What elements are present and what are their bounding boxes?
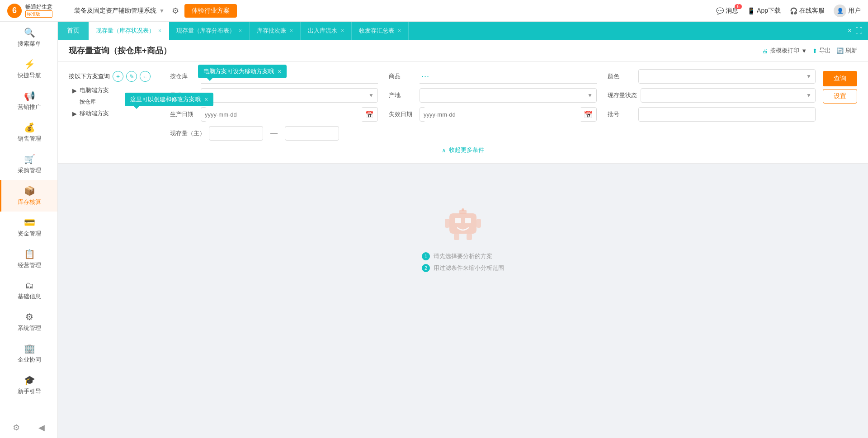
tooltip2-close[interactable]: × — [204, 96, 208, 103]
print-btn[interactable]: 🖨 按模板打印 ▼ — [762, 47, 807, 55]
guide-icon: 🎓 — [24, 375, 35, 386]
app-name: 畅通好生意 — [25, 4, 52, 11]
tab-close-inout-flow[interactable]: × — [341, 28, 344, 34]
tab-close-inventory-batch[interactable]: × — [290, 28, 293, 34]
warehouse-label: 按仓库 — [170, 72, 197, 80]
tab-inventory-status[interactable]: 现存量（库存状况表） × — [89, 22, 169, 40]
scheme-mobile[interactable]: ▶ 移动端方案 — [72, 108, 159, 118]
sidebar-item-quick-nav[interactable]: ⚡ 快捷导航 — [0, 53, 57, 85]
sidebar-item-finance[interactable]: 💳 资金管理 — [0, 212, 57, 243]
tab-collect-summary[interactable]: 收发存汇总表 × — [352, 22, 409, 40]
avatar: 👤 — [834, 5, 846, 17]
settings-icon[interactable]: ⚙ — [172, 6, 179, 16]
tab-home[interactable]: 首页 — [58, 22, 89, 40]
sidebar-item-search-menu[interactable]: 🔍 搜索菜单 — [0, 22, 57, 53]
field-origin: 产地 ▼ — [389, 88, 597, 103]
prod-date-calendar-icon[interactable]: 📅 — [365, 110, 374, 119]
tab-inventory-dist[interactable]: 现存量（库存分布表） × — [169, 22, 250, 40]
back-btn[interactable]: ← — [140, 71, 151, 82]
field-expire-date: 失效日期 📅 — [389, 107, 597, 122]
message-badge: 6 — [735, 4, 742, 9]
finance-icon: 💳 — [24, 217, 35, 228]
export-btn[interactable]: ⬆ 导出 — [812, 47, 831, 55]
sidebar-label-system: 系统管理 — [18, 324, 41, 332]
tooltip-create-hint: 这里可以创建和修改方案哦 × — [125, 93, 213, 106]
stock-qty-max-input[interactable] — [285, 126, 339, 141]
sidebar-item-operation[interactable]: 📋 经营管理 — [0, 243, 57, 275]
sidebar-item-guide[interactable]: 🎓 新手引导 — [0, 369, 57, 401]
top-header: 6 畅通好生意 标准版 装备及固定资产辅助管理系统 ▼ ⚙ 体验行业方案 💬 消… — [0, 0, 868, 22]
expire-date-label: 失效日期 — [389, 110, 416, 118]
prod-date-input[interactable] — [205, 107, 363, 122]
svg-rect-6 — [476, 219, 481, 228]
collapse-btn[interactable]: ∧ 收起更多条件 — [69, 142, 857, 156]
sidebar-item-enterprise[interactable]: 🏢 企业协同 — [0, 338, 57, 369]
scheme-desktop-label: 电脑端方案 — [80, 86, 109, 94]
color-select[interactable]: ▼ — [638, 69, 816, 84]
edit-scheme-btn[interactable]: ✎ — [126, 71, 137, 82]
size-select[interactable]: ▼ — [201, 88, 378, 103]
batch-no-input[interactable] — [638, 107, 816, 122]
origin-select[interactable]: ▼ — [420, 88, 597, 103]
system-selector[interactable]: 装备及固定资产辅助管理系统 ▼ — [74, 7, 165, 15]
export-icon: ⬆ — [812, 47, 817, 54]
logo-icon: 6 — [7, 4, 22, 18]
stock-qty-separator: — — [270, 129, 278, 137]
scheme-sub-text: 按仓库 — [80, 98, 96, 106]
tab-close-inventory-status[interactable]: × — [158, 28, 161, 34]
empty-illustration — [440, 200, 486, 245]
online-support-btn[interactable]: 🎧 在线客服 — [790, 7, 825, 15]
page-content: 现存量查询（按仓库+商品） 🖨 按模板打印 ▼ ⬆ 导出 🔄 刷新 — [58, 40, 868, 438]
tab-close-all-icon[interactable]: × — [848, 27, 852, 35]
page-header: 现存量查询（按仓库+商品） 🖨 按模板打印 ▼ ⬆ 导出 🔄 刷新 — [58, 40, 868, 62]
batch-no-label: 批号 — [608, 110, 635, 118]
expire-date-input[interactable] — [424, 107, 582, 122]
sidebar-item-sales[interactable]: 💰 销售管理 — [0, 117, 57, 148]
stock-qty-min-input[interactable] — [209, 126, 263, 141]
sidebar-item-purchase[interactable]: 🛒 采购管理 — [0, 148, 57, 180]
industry-btn[interactable]: 体验行业方案 — [184, 4, 237, 18]
add-scheme-btn[interactable]: + — [113, 71, 123, 82]
sidebar-label-operation: 经营管理 — [18, 261, 41, 269]
message-btn[interactable]: 💬 消息 6 — [716, 7, 738, 15]
header-right: 💬 消息 6 📱 App下载 🎧 在线客服 👤 用户 — [716, 5, 861, 17]
origin-select-arrow: ▼ — [587, 92, 593, 99]
sidebar-label-finance: 资金管理 — [18, 230, 41, 238]
refresh-btn[interactable]: 🔄 刷新 — [836, 47, 857, 55]
svg-rect-5 — [445, 219, 449, 228]
reset-btn[interactable]: 设置 — [823, 89, 857, 104]
tab-fullscreen-icon[interactable]: ⛶ — [855, 27, 863, 35]
sidebar-item-system[interactable]: ⚙ 系统管理 — [0, 306, 57, 338]
sidebar-label-basic: 基础信息 — [18, 292, 41, 301]
sidebar-collapse-icon[interactable]: ◀ — [38, 423, 45, 433]
sales-icon: 💰 — [24, 122, 35, 133]
sidebar-label-guide: 新手引导 — [18, 387, 41, 396]
tab-close-collect-summary[interactable]: × — [398, 28, 401, 34]
sidebar-item-marketing[interactable]: 📢 营销推广 — [0, 85, 57, 117]
system-selector-arrow: ▼ — [159, 8, 165, 14]
filter-area: 按以下方案查询 + ✎ ← ▶ 电脑端方案 按仓 — [58, 62, 868, 164]
size-select-arrow: ▼ — [368, 92, 374, 99]
page-title: 现存量查询（按仓库+商品） — [69, 45, 171, 56]
search-btn[interactable]: 查询 — [823, 71, 857, 86]
tab-close-inventory-dist[interactable]: × — [239, 28, 242, 34]
sidebar-settings-icon[interactable]: ⚙ — [13, 423, 20, 433]
tab-inventory-batch[interactable]: 库存批次账 × — [250, 22, 301, 40]
print-dropdown-icon: ▼ — [801, 47, 807, 54]
sidebar-label-marketing: 营销推广 — [18, 103, 41, 111]
app-download-btn[interactable]: 📱 App下载 — [747, 7, 781, 15]
goods-dots[interactable]: ··· — [421, 71, 429, 81]
content-area: 首页 现存量（库存状况表） × 现存量（库存分布表） × 库存批次账 × 出入库… — [58, 22, 868, 438]
page-actions: 🖨 按模板打印 ▼ ⬆ 导出 🔄 刷新 — [762, 47, 857, 55]
expire-date-calendar-icon[interactable]: 📅 — [584, 110, 593, 119]
sidebar-item-basic[interactable]: 🗂 基础信息 — [0, 275, 57, 306]
tooltip1-close[interactable]: × — [278, 68, 281, 75]
stock-qty-label: 现存量（主） — [170, 129, 205, 137]
sidebar-item-inventory[interactable]: 📦 库存核算 — [0, 180, 57, 212]
empty-state: 1 请先选择要分析的方案 2 用过滤条件来缩小分析范围 — [58, 164, 868, 308]
stock-status-select[interactable]: ▼ — [641, 88, 816, 103]
user-btn[interactable]: 👤 用户 — [834, 5, 861, 17]
field-batch-no: 批号 — [608, 107, 816, 122]
field-goods: 商品 ··· — [389, 69, 597, 84]
tab-inout-flow[interactable]: 出入库流水 × — [301, 22, 352, 40]
